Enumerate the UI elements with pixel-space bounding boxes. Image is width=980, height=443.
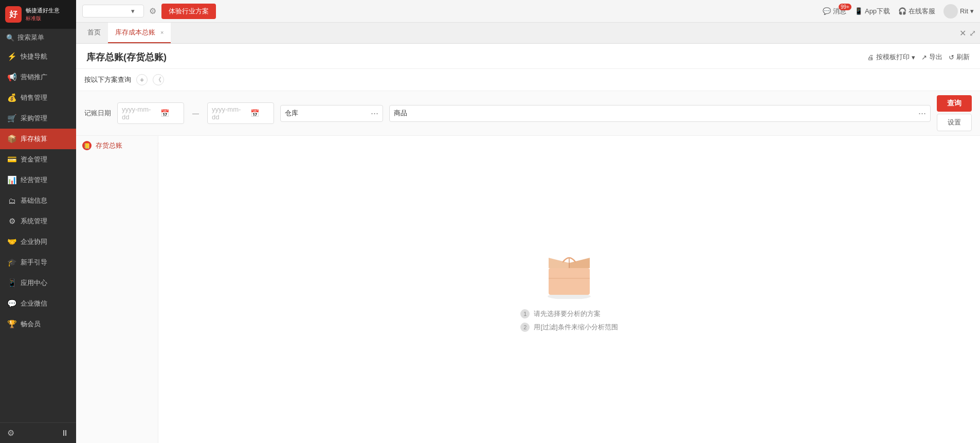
settings-icon[interactable]: ⚙	[7, 428, 14, 438]
refresh-btn[interactable]: ↺ 刷新	[949, 52, 970, 62]
industry-btn[interactable]: 体验行业方案	[161, 4, 216, 19]
nav-icon-system: ⚙	[7, 217, 16, 226]
sidebar-item-funds[interactable]: 💳 资金管理	[0, 149, 76, 170]
tab-side-buttons: ✕ ⤢	[959, 28, 976, 38]
nav-label-funds: 资金管理	[21, 155, 47, 164]
print-icon: 🖨	[867, 54, 874, 61]
print-btn[interactable]: 🖨 按模板打印 ▾	[867, 52, 915, 62]
sidebar-logo: 好 畅捷通好生意 标准版	[0, 0, 76, 29]
query-btn[interactable]: 查询	[937, 95, 972, 112]
empty-state: 1 请先选择要分析的方案 2 用[过滤]条件来缩小分析范围	[158, 136, 980, 443]
sub-filter-bar: 记账日期 yyyy-mm-dd 📅 — yyyy-mm-dd 📅 仓库 ··· …	[76, 91, 980, 136]
nav-label-inventory: 库存核算	[21, 134, 47, 144]
product-label: 商品	[394, 109, 407, 118]
warehouse-label: 仓库	[285, 109, 298, 118]
user-avatar-area[interactable]: Rit ▾	[943, 4, 974, 19]
nav-icon-corp: 🤝	[7, 237, 16, 246]
export-btn[interactable]: ↗ 导出	[921, 52, 942, 62]
toggle-icon[interactable]: ⏸	[61, 429, 69, 438]
sidebar-item-wechat[interactable]: 💬 企业微信	[0, 293, 76, 314]
nav-label-appcenter: 应用中心	[21, 278, 47, 288]
sidebar-item-sales[interactable]: 💰 销售管理	[0, 87, 76, 108]
nav-label-marketing: 营销推广	[21, 73, 47, 82]
panel-expand-icon[interactable]: ⤢	[969, 28, 976, 38]
warehouse-select[interactable]: 仓库 ···	[280, 105, 383, 122]
message-badge: 99+	[839, 4, 851, 10]
product-select[interactable]: 商品 ···	[389, 105, 931, 122]
content-layout: 📒 存货总账	[76, 136, 980, 443]
page-title: 库存总账(存货总账)	[86, 51, 167, 63]
sidebar-item-operation[interactable]: 📊 经营管理	[0, 170, 76, 190]
hint-text-1: 请先选择要分析的方案	[534, 309, 601, 318]
logo-badge: 标准版	[26, 15, 60, 22]
left-panel-item-inventory[interactable]: 📒 存货总账	[76, 136, 158, 155]
page-actions: 🖨 按模板打印 ▾ ↗ 导出 ↺ 刷新	[867, 52, 970, 62]
settings-btn[interactable]: 设置	[937, 114, 972, 131]
sidebar-item-marketing[interactable]: 📢 营销推广	[0, 67, 76, 87]
sidebar-item-newbie[interactable]: 🎓 新手引导	[0, 252, 76, 273]
nav-icon-member: 🏆	[7, 320, 16, 329]
sidebar-item-purchase[interactable]: 🛒 采购管理	[0, 108, 76, 129]
filter-add-btn[interactable]: +	[136, 74, 148, 85]
avatar	[943, 4, 958, 19]
app-download-btn[interactable]: 📱 App下载	[855, 7, 890, 16]
print-chevron-icon: ▾	[912, 54, 915, 61]
sidebar-item-base[interactable]: 🗂 基础信息	[0, 190, 76, 211]
sidebar-item-system[interactable]: ⚙ 系统管理	[0, 211, 76, 232]
nav-icon-sales: 💰	[7, 93, 16, 102]
sidebar-item-shortcut[interactable]: ⚡ 快捷导航	[0, 46, 76, 67]
tab-inventory-cost[interactable]: 库存成本总账 ×	[108, 23, 171, 43]
export-label: 导出	[929, 52, 942, 62]
calendar-start-icon: 📅	[160, 109, 169, 117]
nav-icon-newbie: 🎓	[7, 258, 16, 267]
filter-collapse-btn[interactable]: 《	[153, 74, 164, 85]
empty-illustration	[538, 247, 600, 299]
online-service-label: 在线客服	[909, 7, 935, 16]
empty-hint-1: 1 请先选择要分析的方案	[520, 309, 618, 318]
inventory-ledger-label: 存货总账	[96, 141, 122, 150]
user-name: Rit	[960, 7, 968, 15]
sidebar-search[interactable]: 🔍 搜索菜单	[0, 29, 76, 46]
tab-close-icon[interactable]: ×	[160, 29, 164, 36]
date-start-input[interactable]: yyyy-mm-dd 📅	[117, 102, 184, 124]
hint-text-2: 用[过滤]条件来缩小分析范围	[534, 323, 618, 332]
tab-home-label: 首页	[87, 28, 101, 37]
sidebar: 好 畅捷通好生意 标准版 🔍 搜索菜单 ⚡ 快捷导航 📢 营销推广 💰 销售管理…	[0, 0, 76, 443]
nav-label-wechat: 企业微信	[21, 299, 47, 308]
topbar: ▾ ⚙ 体验行业方案 💬 消息 99+ 📱 App下载 🎧 在线客服 Rit ▾	[76, 0, 980, 23]
hint-num-1: 1	[520, 309, 530, 318]
nav-label-system: 系统管理	[21, 217, 47, 226]
sidebar-item-inventory[interactable]: 📦 库存核算	[0, 129, 76, 149]
topbar-gear-icon[interactable]: ⚙	[149, 6, 156, 16]
online-service-btn[interactable]: 🎧 在线客服	[898, 7, 935, 16]
calendar-end-icon: 📅	[250, 109, 259, 117]
nav-icon-funds: 💳	[7, 155, 16, 164]
message-icon: 💬	[823, 7, 831, 15]
filter-bar: 按以下方案查询 + 《	[76, 69, 980, 91]
messages-btn[interactable]: 💬 消息 99+	[823, 7, 846, 16]
sidebar-bottom: ⚙ ⏸	[0, 422, 76, 443]
chevron-down-icon: ▾	[131, 7, 135, 15]
panel-close-icon[interactable]: ✕	[959, 28, 966, 38]
nav-label-base: 基础信息	[21, 196, 47, 205]
empty-hints: 1 请先选择要分析的方案 2 用[过滤]条件来缩小分析范围	[520, 309, 618, 332]
nav-label-newbie: 新手引导	[21, 258, 47, 267]
logo-icon: 好	[5, 6, 22, 23]
search-icon: 🔍	[6, 34, 14, 42]
topbar-selector[interactable]: ▾	[82, 5, 144, 17]
print-label: 按模板打印	[876, 52, 910, 62]
search-label: 搜索菜单	[17, 33, 44, 42]
nav-label-shortcut: 快捷导航	[21, 52, 47, 61]
sidebar-item-member[interactable]: 🏆 畅会员	[0, 314, 76, 334]
nav-icon-shortcut: ⚡	[7, 52, 16, 61]
headset-icon: 🎧	[898, 7, 906, 15]
tabs-bar: 首页 库存成本总账 × ✕ ⤢	[76, 23, 980, 44]
refresh-icon: ↺	[949, 54, 954, 61]
nav-label-corp: 企业协同	[21, 237, 47, 246]
sidebar-item-corp[interactable]: 🤝 企业协同	[0, 232, 76, 252]
nav-label-sales: 销售管理	[21, 93, 47, 102]
sidebar-item-appcenter[interactable]: 📱 应用中心	[0, 273, 76, 293]
tab-home[interactable]: 首页	[80, 23, 108, 43]
ledger-icon: 📒	[82, 141, 92, 150]
date-end-input[interactable]: yyyy-mm-dd 📅	[207, 102, 274, 124]
